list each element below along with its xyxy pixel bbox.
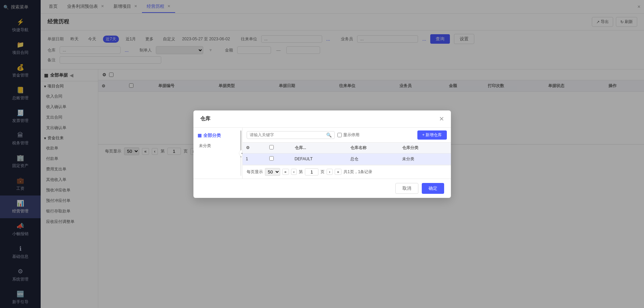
modal-col-name[interactable]: 仓库名称 [347, 143, 399, 153]
show-disabled-checkbox[interactable] [337, 133, 342, 137]
modal-total-label: 共1页，1条记录 [344, 169, 372, 175]
row-index: 1 [243, 153, 266, 165]
grid-icon2: ▦ [198, 133, 202, 138]
modal-per-page-select[interactable]: 50 [265, 168, 280, 176]
table-row[interactable]: 1 DEFAULT 总仓 未分类 [243, 153, 451, 165]
modal-body: ▦ 全部分类 未分类 ‹ 🔍 [193, 128, 451, 179]
modal-left-collapse-btn[interactable]: ‹ [239, 150, 243, 157]
modal-all-categories-item[interactable]: ▦ 全部分类 [193, 130, 242, 141]
modal-pagination: 每页显示 50 « ‹ 第 页 › » 共1页，1条记录 [243, 165, 451, 179]
modal-cancel-button[interactable]: 取消 [395, 183, 418, 194]
modal-confirm-button[interactable]: 确定 [422, 183, 444, 194]
modal-page-input[interactable] [305, 168, 318, 176]
modal-title: 仓库 [200, 116, 210, 122]
modal-search-wrap: 🔍 [247, 131, 335, 139]
modal-page-word: 第 [299, 169, 303, 175]
modal-overlay: 仓库 ✕ ▦ 全部分类 未分类 ‹ [0, 0, 644, 308]
show-disabled-text: 显示停用 [343, 132, 359, 138]
modal-header: 仓库 ✕ [193, 110, 451, 128]
modal-last-page-btn[interactable]: » [335, 169, 341, 175]
modal-search-input[interactable] [250, 132, 325, 137]
modal-col-code[interactable]: 仓库... [291, 143, 347, 153]
row-code: DEFAULT [291, 153, 347, 165]
gear-icon: ⚙ [246, 145, 250, 150]
row-name: 总仓 [347, 153, 399, 165]
add-warehouse-button[interactable]: + 新增仓库 [417, 130, 446, 140]
modal-footer: 取消 确定 [193, 179, 451, 198]
modal-col-check [266, 143, 291, 153]
row-checkbox[interactable] [269, 156, 274, 161]
modal-all-categories-label: 全部分类 [203, 132, 221, 139]
modal-col-category[interactable]: 仓库分类 [399, 143, 451, 153]
modal-search-icon[interactable]: 🔍 [326, 132, 332, 138]
modal-toolbar: 🔍 显示停用 + 新增仓库 [243, 128, 451, 143]
modal-per-page-label: 每页显示 [247, 169, 263, 175]
modal-right-panel: 🔍 显示停用 + 新增仓库 ⚙ [243, 128, 451, 179]
modal-table-wrap: ⚙ 仓库... 仓库名称 仓库分类 1 DEFAULT [243, 143, 451, 165]
warehouse-modal: 仓库 ✕ ▦ 全部分类 未分类 ‹ [193, 110, 451, 198]
modal-col-settings: ⚙ [243, 143, 266, 153]
modal-category-unclassified[interactable]: 未分类 [193, 141, 242, 151]
show-disabled-label[interactable]: 显示停用 [337, 132, 359, 138]
modal-data-table: ⚙ 仓库... 仓库名称 仓库分类 1 DEFAULT [243, 143, 451, 165]
modal-category-panel: ▦ 全部分类 未分类 ‹ [193, 128, 243, 179]
modal-page-unit: 页 [320, 169, 325, 175]
row-category: 未分类 [399, 153, 451, 165]
modal-table-select-all[interactable] [269, 145, 274, 149]
row-check [266, 153, 291, 165]
modal-close-button[interactable]: ✕ [439, 115, 444, 123]
modal-first-page-btn[interactable]: « [282, 169, 289, 175]
modal-prev-page-btn[interactable]: ‹ [291, 169, 297, 175]
modal-next-page-btn[interactable]: › [327, 169, 333, 175]
